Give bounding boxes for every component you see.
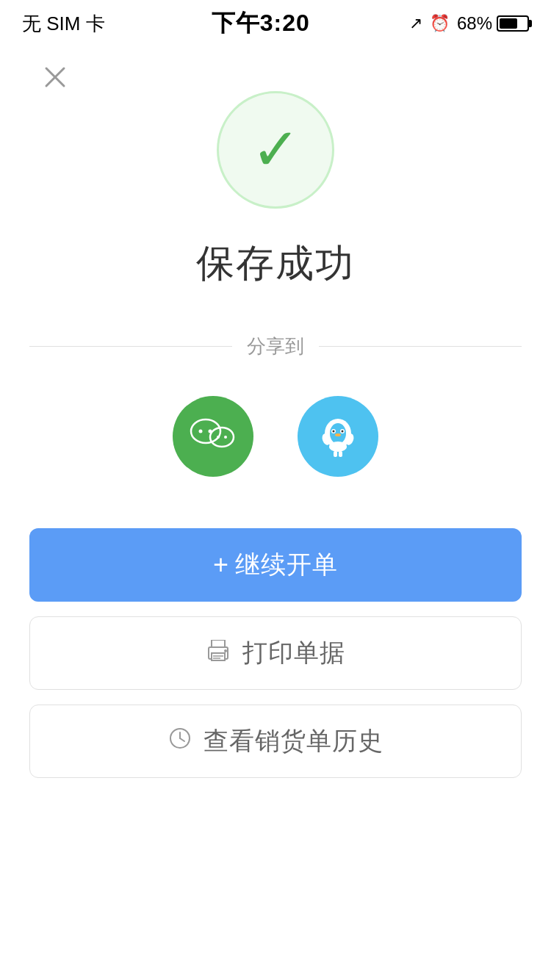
share-label: 分享到 <box>232 334 319 359</box>
share-icons <box>173 396 378 477</box>
continue-button[interactable]: + 继续开单 <box>29 528 522 602</box>
battery-container: 68% <box>457 13 529 34</box>
carrier-label: 无 SIM 卡 <box>22 11 105 37</box>
svg-point-12 <box>333 430 335 433</box>
svg-line-28 <box>180 738 184 741</box>
svg-point-4 <box>199 430 203 433</box>
share-line-right <box>319 346 522 347</box>
status-left: 无 SIM 卡 <box>22 11 112 37</box>
svg-point-3 <box>210 428 234 447</box>
success-icon-circle: ✓ <box>217 91 334 209</box>
continue-label: 继续开单 <box>235 548 338 582</box>
history-button[interactable]: 查看销货单历史 <box>29 705 522 778</box>
history-label: 查看销货单历史 <box>204 724 383 758</box>
share-section: 分享到 <box>0 334 551 359</box>
alarm-icon: ⏰ <box>430 14 450 33</box>
svg-point-7 <box>224 436 227 439</box>
location-icon: ↗ <box>409 14 422 33</box>
svg-rect-19 <box>339 451 342 457</box>
status-right: ↗ ⏰ 68% <box>409 13 529 34</box>
wechat-share-button[interactable] <box>173 396 253 477</box>
main-content: ✓ 保存成功 分享到 <box>0 47 551 778</box>
share-line-left <box>29 346 232 347</box>
svg-rect-18 <box>334 451 337 457</box>
svg-rect-22 <box>212 653 225 660</box>
print-button[interactable]: 打印单据 <box>29 616 522 690</box>
svg-point-6 <box>217 436 220 439</box>
svg-point-25 <box>224 649 227 652</box>
status-time: 下午3:20 <box>212 7 310 40</box>
svg-point-13 <box>342 430 344 433</box>
svg-point-17 <box>329 442 347 452</box>
svg-point-14 <box>335 433 341 436</box>
print-label: 打印单据 <box>242 636 345 670</box>
battery-icon <box>497 15 529 32</box>
svg-point-2 <box>191 419 220 443</box>
svg-point-5 <box>209 430 212 433</box>
history-icon <box>168 727 192 756</box>
svg-rect-21 <box>212 640 225 647</box>
print-icon <box>206 640 231 667</box>
action-buttons: + 继续开单 打印单据 <box>0 528 551 778</box>
status-bar: 无 SIM 卡 下午3:20 ↗ ⏰ 68% <box>0 0 551 47</box>
battery-percent: 68% <box>457 13 492 34</box>
qq-share-button[interactable] <box>298 396 378 477</box>
continue-icon: + <box>213 550 229 580</box>
success-title: 保存成功 <box>196 238 355 289</box>
checkmark-icon: ✓ <box>251 120 300 179</box>
close-button[interactable] <box>37 59 73 96</box>
